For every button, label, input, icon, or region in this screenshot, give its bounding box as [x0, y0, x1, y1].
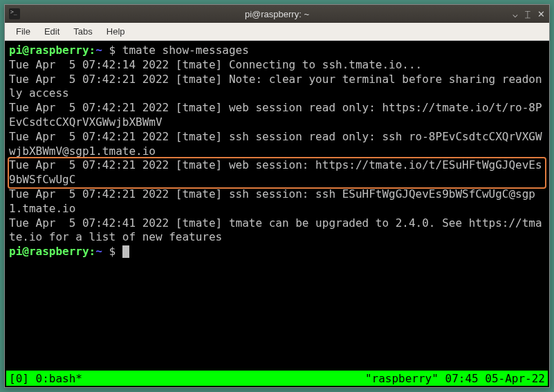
output-line: Tue Apr 5 07:42:41 2022 [tmate] tmate ca… [9, 216, 545, 245]
terminal-icon [9, 8, 20, 19]
prompt-dollar: $ [102, 245, 122, 258]
prompt-cwd: ~ [95, 44, 102, 57]
output-line: Tue Apr 5 07:42:21 2022 [tmate] web sess… [9, 158, 545, 187]
close-button[interactable]: ✕ [537, 9, 545, 19]
terminal[interactable]: pi@raspberry:~ $ tmate show-messagesTue … [5, 41, 549, 387]
menu-edit[interactable]: Edit [37, 25, 66, 38]
maximize-button[interactable]: ⌶ [525, 9, 530, 19]
prompt-user-host: pi@raspberry [9, 44, 89, 57]
output-line: Tue Apr 5 07:42:21 2022 [tmate] ssh sess… [9, 130, 545, 159]
output-line: Tue Apr 5 07:42:14 2022 [tmate] Connecti… [9, 58, 545, 73]
menu-tabs[interactable]: Tabs [66, 25, 99, 38]
prompt-user-host: pi@raspberry [9, 245, 89, 258]
menubar: File Edit Tabs Help [5, 23, 549, 41]
output-line: Tue Apr 5 07:42:21 2022 [tmate] ssh sess… [9, 187, 545, 216]
menu-help[interactable]: Help [100, 25, 132, 38]
command-text: tmate show-messages [122, 44, 249, 57]
output-line: Tue Apr 5 07:42:21 2022 [tmate] web sess… [9, 101, 545, 130]
cursor [122, 245, 129, 258]
output-line: Tue Apr 5 07:42:21 2022 [tmate] Note: cl… [9, 73, 545, 102]
highlighted-line: Tue Apr 5 07:42:21 2022 [tmate] web sess… [8, 157, 546, 189]
prompt-cwd: ~ [95, 245, 102, 258]
prompt-line: pi@raspberry:~ $ [9, 245, 545, 259]
window-controls: ⌵ ⌶ ✕ [513, 9, 545, 19]
tmux-statusbar: [0] 0:bash* "raspberry" 07:45 05-Apr-22 [6, 371, 548, 386]
menu-file[interactable]: File [9, 25, 37, 38]
statusbar-right: "raspberry" 07:45 05-Apr-22 [365, 372, 545, 385]
window-title: pi@raspberry: ~ [245, 9, 309, 19]
titlebar[interactable]: pi@raspberry: ~ ⌵ ⌶ ✕ [5, 5, 549, 23]
terminal-window: pi@raspberry: ~ ⌵ ⌶ ✕ File Edit Tabs Hel… [4, 4, 550, 388]
statusbar-left: [0] 0:bash* [9, 372, 82, 385]
minimize-button[interactable]: ⌵ [513, 9, 518, 19]
prompt-dollar: $ [102, 44, 122, 57]
terminal-output[interactable]: pi@raspberry:~ $ tmate show-messagesTue … [6, 42, 548, 371]
prompt-line: pi@raspberry:~ $ tmate show-messages [9, 44, 545, 58]
